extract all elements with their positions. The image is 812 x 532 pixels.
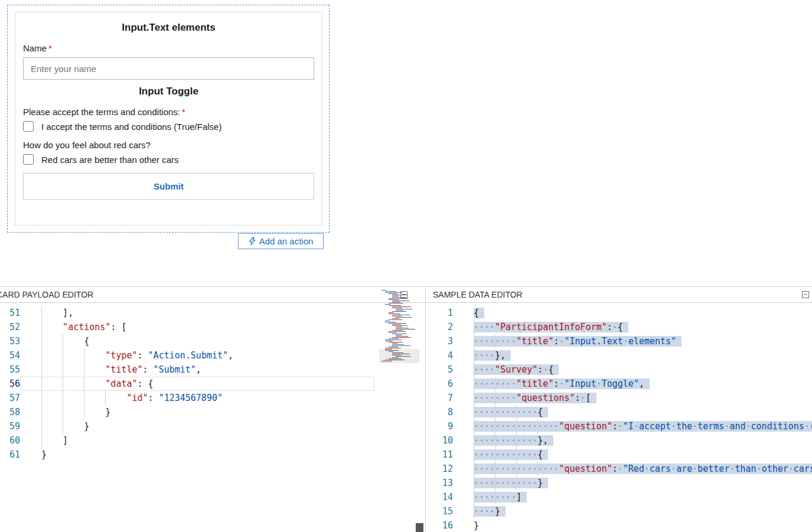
code-text[interactable]: ····"ParticipantInfoForm":·{ bbox=[453, 320, 812, 334]
red-cars-checkbox[interactable] bbox=[23, 154, 34, 165]
code-text[interactable]: ············}, bbox=[453, 433, 812, 448]
line-number[interactable]: 14 bbox=[426, 490, 453, 504]
line-number[interactable]: 55 bbox=[0, 363, 20, 377]
code-text[interactable]: "data": { bbox=[20, 377, 374, 391]
add-action-button[interactable]: Add an action bbox=[238, 233, 324, 249]
code-line[interactable]: 14········] bbox=[426, 490, 812, 504]
code-line[interactable]: 53 { bbox=[0, 334, 425, 348]
card-payload-editor[interactable]: 51 ],52 "actions": [53 {54 "type": "Acti… bbox=[0, 303, 425, 532]
code-text[interactable]: ····} bbox=[453, 504, 812, 518]
code-token: , bbox=[196, 364, 201, 375]
code-line[interactable]: 11············{ bbox=[426, 448, 812, 462]
terms-checkbox[interactable] bbox=[23, 121, 34, 132]
code-content: } bbox=[41, 449, 47, 460]
code-text[interactable]: ············{ bbox=[453, 448, 812, 462]
code-text[interactable]: ····"Survey":·{ bbox=[453, 363, 812, 377]
code-text[interactable]: "actions": [ bbox=[20, 320, 374, 334]
line-number[interactable]: 9 bbox=[426, 419, 453, 433]
line-number[interactable]: 6 bbox=[426, 377, 453, 391]
code-line[interactable]: 61} bbox=[0, 448, 425, 462]
code-text[interactable]: { bbox=[453, 306, 812, 320]
vertical-scrollbar[interactable] bbox=[416, 523, 423, 532]
minimap-bar bbox=[389, 331, 406, 332]
line-number[interactable]: 60 bbox=[0, 433, 20, 448]
code-text[interactable]: ····}, bbox=[453, 348, 812, 363]
minimap-bar bbox=[385, 321, 390, 321]
line-number[interactable]: 15 bbox=[426, 504, 453, 518]
name-input[interactable] bbox=[23, 57, 314, 80]
code-line[interactable]: 56 "data": { bbox=[0, 377, 425, 391]
code-text[interactable]: "title": "Submit", bbox=[20, 363, 374, 377]
code-line[interactable]: 10············}, bbox=[426, 433, 812, 448]
code-line[interactable]: 9················"question":·"I·accept·t… bbox=[426, 419, 812, 433]
code-text[interactable]: "id": "1234567890" bbox=[20, 391, 374, 405]
code-text[interactable]: ············{ bbox=[453, 405, 812, 419]
code-line[interactable]: 12················"question":·"Red·cars·… bbox=[426, 462, 812, 476]
code-line[interactable]: 1{ bbox=[426, 306, 812, 320]
code-line[interactable]: 52 "actions": [ bbox=[0, 320, 425, 334]
code-line[interactable]: 55 "title": "Submit", bbox=[0, 363, 425, 377]
collapse-sample-panel-icon[interactable] bbox=[802, 291, 809, 298]
line-number[interactable]: 13 bbox=[426, 476, 453, 490]
code-line[interactable]: 57 "id": "1234567890" bbox=[0, 391, 425, 405]
line-number[interactable]: 2 bbox=[426, 320, 453, 334]
line-number[interactable]: 59 bbox=[0, 419, 20, 433]
line-number[interactable]: 8 bbox=[426, 405, 453, 419]
line-number[interactable]: 54 bbox=[0, 348, 20, 363]
code-text[interactable]: "type": "Action.Submit", bbox=[20, 348, 374, 363]
code-line[interactable]: 60 ] bbox=[0, 433, 425, 448]
code-line[interactable]: 16} bbox=[426, 518, 812, 532]
line-number[interactable]: 51 bbox=[0, 306, 20, 320]
line-number[interactable]: 61 bbox=[0, 448, 20, 462]
code-line[interactable]: 58 } bbox=[0, 405, 425, 419]
line-number[interactable]: 11 bbox=[426, 448, 453, 462]
code-text[interactable]: } bbox=[20, 448, 374, 462]
code-line[interactable]: 8············{ bbox=[426, 405, 812, 419]
code-text[interactable]: ], bbox=[20, 306, 374, 320]
code-line[interactable]: 59 } bbox=[0, 419, 425, 433]
code-line[interactable]: 5····"Survey":·{ bbox=[426, 363, 812, 377]
line-number[interactable]: 57 bbox=[0, 391, 20, 405]
code-text[interactable]: ········"title":·"Input.Text·elements" bbox=[453, 334, 812, 348]
code-text[interactable]: ················"question":·"Red·cars·ar… bbox=[453, 462, 812, 476]
code-text[interactable]: ········"questions":·[ bbox=[453, 391, 812, 405]
code-text[interactable]: ········"title":·"Input·Toggle", bbox=[453, 377, 812, 391]
minimap-bar bbox=[392, 316, 402, 316]
code-text[interactable]: ] bbox=[20, 433, 374, 448]
minimap-slider[interactable] bbox=[379, 349, 419, 363]
sample-data-editor[interactable]: 1{2····"ParticipantInfoForm":·{3········… bbox=[426, 303, 812, 532]
line-number[interactable]: 5 bbox=[426, 363, 453, 377]
code-text[interactable]: ················"question":·"I·accept·th… bbox=[453, 419, 812, 433]
line-number[interactable]: 53 bbox=[0, 334, 20, 348]
line-number[interactable]: 12 bbox=[426, 462, 453, 476]
line-number[interactable]: 10 bbox=[426, 433, 453, 448]
code-line[interactable]: 4····}, bbox=[426, 348, 812, 363]
code-line[interactable]: 54 "type": "Action.Submit", bbox=[0, 348, 425, 363]
code-line[interactable]: 15····} bbox=[426, 504, 812, 518]
code-line[interactable]: 7········"questions":·[ bbox=[426, 391, 812, 405]
line-number[interactable]: 3 bbox=[426, 334, 453, 348]
code-text[interactable]: ········] bbox=[453, 490, 812, 504]
code-line[interactable]: 13············} bbox=[426, 476, 812, 490]
code-text[interactable]: { bbox=[20, 334, 374, 348]
line-number[interactable]: 52 bbox=[0, 320, 20, 334]
terms-checkbox-row[interactable]: I accept the terms and conditions (True/… bbox=[23, 121, 314, 132]
line-number[interactable]: 56 bbox=[0, 377, 20, 391]
minimap[interactable] bbox=[381, 290, 416, 362]
line-number[interactable]: 7 bbox=[426, 391, 453, 405]
code-text[interactable]: ············} bbox=[453, 476, 812, 490]
line-number[interactable]: 16 bbox=[426, 518, 453, 532]
code-text[interactable]: } bbox=[20, 405, 374, 419]
line-number[interactable]: 58 bbox=[0, 405, 20, 419]
code-line[interactable]: 2····"ParticipantInfoForm":·{ bbox=[426, 320, 812, 334]
code-text[interactable]: } bbox=[20, 419, 374, 433]
code-text[interactable]: } bbox=[453, 518, 812, 532]
card-selection-outline[interactable]: Input.Text elements Name* Input Toggle P… bbox=[7, 5, 330, 233]
submit-button[interactable]: Submit bbox=[23, 173, 314, 200]
red-cars-checkbox-row[interactable]: Red cars are better than other cars bbox=[23, 154, 314, 165]
code-line[interactable]: 3········"title":·"Input.Text·elements" bbox=[426, 334, 812, 348]
code-line[interactable]: 51 ], bbox=[0, 306, 425, 320]
line-number[interactable]: 4 bbox=[426, 348, 453, 363]
code-line[interactable]: 6········"title":·"Input·Toggle", bbox=[426, 377, 812, 391]
line-number[interactable]: 1 bbox=[426, 306, 453, 320]
